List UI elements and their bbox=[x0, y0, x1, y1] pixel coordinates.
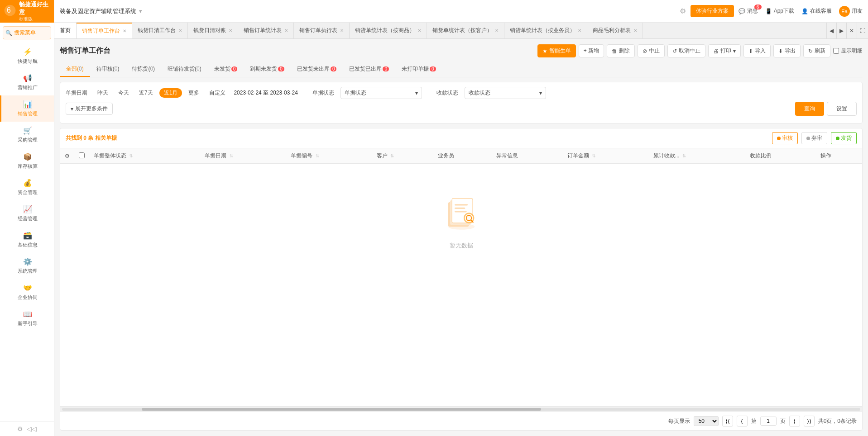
sidebar-item-finance[interactable]: 💰 资金管理 bbox=[0, 174, 54, 200]
sidebar-item-quick-nav[interactable]: ⚡ 快捷导航 bbox=[0, 43, 54, 69]
date-7days[interactable]: 近7天 bbox=[135, 88, 157, 98]
first-page-button[interactable]: ⟨⟨ bbox=[722, 416, 733, 427]
horizontal-scrollbar[interactable] bbox=[60, 406, 862, 412]
filter-tab-unprinted[interactable]: 未打印单据0 bbox=[395, 62, 442, 77]
tab-scroll-right-button[interactable]: ▶ bbox=[836, 23, 846, 39]
show-detail-check[interactable] bbox=[833, 48, 839, 54]
col-staff: 业务员 bbox=[433, 148, 492, 164]
sort-icon[interactable]: ⇅ bbox=[129, 153, 133, 158]
filter-tab-pending-pick[interactable]: 待拣货(0) bbox=[125, 62, 161, 77]
setting-button[interactable]: 设置 bbox=[827, 102, 857, 116]
tab-margin-analysis[interactable]: 商品毛利分析表 ✕ bbox=[587, 23, 643, 38]
app-download-item[interactable]: 📱 App下载 bbox=[765, 7, 794, 15]
refresh-button[interactable]: ↻ 刷新 bbox=[803, 44, 830, 57]
payment-select[interactable]: 收款状态 ▾ bbox=[465, 87, 546, 99]
sort-icon[interactable]: ⇅ bbox=[682, 153, 686, 158]
sort-icon[interactable]: ⇅ bbox=[592, 153, 595, 158]
sidebar-item-guide[interactable]: 📖 新手引导 bbox=[0, 305, 54, 332]
collapse-icon[interactable]: ◁◁ bbox=[27, 425, 37, 432]
tab-close-icon[interactable]: ✕ bbox=[229, 28, 232, 33]
delete-button[interactable]: 🗑 删除 bbox=[607, 44, 635, 57]
sidebar-item-system[interactable]: ⚙️ 系统管理 bbox=[0, 253, 54, 279]
new-button[interactable]: + 新增 bbox=[579, 44, 604, 57]
stop-button[interactable]: ⊘ 中止 bbox=[638, 44, 665, 57]
industry-button[interactable]: 体验行业方案 bbox=[691, 5, 734, 17]
table-scroll[interactable]: ⚙ 单据整体状态 ⇅ 单据日期 ⇅ bbox=[60, 148, 862, 406]
smart-create-button[interactable]: ★ 智能生单 bbox=[537, 44, 576, 57]
deliver-button[interactable]: 发货 bbox=[831, 132, 857, 144]
tab-cash-reconcile[interactable]: 钱货日清对账 ✕ bbox=[188, 23, 238, 38]
col-checkbox[interactable] bbox=[74, 148, 89, 164]
cancel-stop-button[interactable]: ↺ 取消中止 bbox=[667, 44, 705, 57]
tab-close-icon[interactable]: ✕ bbox=[633, 28, 637, 33]
scrollbar-track[interactable] bbox=[62, 408, 860, 411]
filter-tab-unshipped[interactable]: 未发货0 bbox=[208, 62, 244, 77]
tab-sales-by-staff[interactable]: 销货单统计表（按业务员） ✕ bbox=[504, 23, 587, 38]
col-settings[interactable]: ⚙ bbox=[60, 148, 74, 164]
sidebar-item-marketing[interactable]: 📢 营销推广 bbox=[0, 69, 54, 95]
tab-close-icon[interactable]: ✕ bbox=[340, 28, 344, 33]
last-page-button[interactable]: ⟩⟩ bbox=[804, 416, 815, 427]
sidebar-item-inventory[interactable]: 📦 库存核算 bbox=[0, 148, 54, 174]
basic-info-icon: 🗃️ bbox=[23, 231, 32, 240]
approve-button[interactable]: 审核 bbox=[772, 132, 798, 144]
sort-icon[interactable]: ⇅ bbox=[316, 153, 319, 158]
sidebar-item-basic-info[interactable]: 🗃️ 基础信息 bbox=[0, 227, 54, 253]
online-service-item[interactable]: 👤 在线客服 bbox=[801, 7, 832, 15]
tab-close-icon[interactable]: ✕ bbox=[578, 28, 581, 33]
col-exception: 异常信息 bbox=[492, 148, 563, 164]
tab-sales-by-product[interactable]: 销货单统计表（按商品） ✕ bbox=[350, 23, 427, 38]
tab-cash-daily[interactable]: 钱货日清工作台 ✕ bbox=[132, 23, 188, 38]
sidebar-item-cooperation[interactable]: 🤝 企业协同 bbox=[0, 279, 54, 305]
filter-tab-shipped-warehoused[interactable]: 已发货已出库0 bbox=[343, 62, 395, 77]
tab-scroll-left-button[interactable]: ◀ bbox=[826, 23, 836, 39]
filter-tab-shipped-not-warehoused[interactable]: 已发货未出库0 bbox=[291, 62, 343, 77]
filter-tab-all[interactable]: 全部(0) bbox=[60, 62, 90, 77]
filter-tab-overdue-unshipped[interactable]: 到期未发货0 bbox=[244, 62, 291, 77]
status-select[interactable]: 单据状态 ▾ bbox=[340, 87, 422, 99]
date-yesterday[interactable]: 昨天 bbox=[94, 88, 112, 98]
scrollbar-thumb[interactable] bbox=[142, 408, 541, 411]
date-more[interactable]: 更多 bbox=[185, 88, 203, 98]
sidebar-item-operations[interactable]: 📈 经营管理 bbox=[0, 200, 54, 227]
tab-sales-order-workbench[interactable]: 销售订单工作台 ✕ bbox=[77, 23, 132, 38]
tab-fullscreen-button[interactable]: ⛶ bbox=[857, 23, 868, 39]
tab-sales-stats[interactable]: 销售订单统计表 ✕ bbox=[238, 23, 294, 38]
tab-sales-exec[interactable]: 销售订单执行表 ✕ bbox=[294, 23, 350, 38]
date-1month[interactable]: 近1月 bbox=[159, 88, 182, 98]
user-item[interactable]: Ea 用友 bbox=[839, 6, 863, 17]
settings-gear-icon[interactable]: ⚙ bbox=[17, 425, 23, 432]
download-icon: 📱 bbox=[765, 8, 772, 14]
unapprove-button[interactable]: 弃审 bbox=[801, 132, 827, 144]
export-button[interactable]: ⬇ 导出 bbox=[773, 44, 801, 57]
page-number-input[interactable] bbox=[760, 417, 777, 426]
date-custom[interactable]: 自定义 bbox=[206, 88, 229, 98]
sidebar-item-purchase[interactable]: 🛒 采购管理 bbox=[0, 122, 54, 148]
tab-close-icon[interactable]: ✕ bbox=[178, 28, 182, 33]
tab-close-icon[interactable]: ✕ bbox=[284, 28, 288, 33]
sort-icon[interactable]: ⇅ bbox=[230, 153, 233, 158]
tab-close-all-button[interactable]: ✕ bbox=[846, 23, 857, 39]
sort-icon[interactable]: ⇅ bbox=[390, 153, 394, 158]
search-menu-button[interactable]: 🔍 搜索菜单 bbox=[3, 26, 51, 39]
filter-tab-wangpu-ship[interactable]: 旺铺待发货(0) bbox=[161, 62, 208, 77]
date-today[interactable]: 今天 bbox=[115, 88, 133, 98]
tab-close-icon[interactable]: ✕ bbox=[417, 28, 421, 33]
print-button[interactable]: 🖨 打印 ▾ bbox=[708, 44, 741, 57]
tab-sales-by-customer[interactable]: 销货单统计表（按客户） ✕ bbox=[427, 23, 504, 38]
sidebar-item-sales[interactable]: 📊 销售管理 bbox=[0, 95, 54, 122]
message-item[interactable]: 💬 消息 6 bbox=[739, 7, 758, 15]
filter-tab-pending-review[interactable]: 待审核(0) bbox=[90, 62, 126, 77]
tab-home[interactable]: 首页 bbox=[54, 23, 77, 38]
show-detail-checkbox[interactable]: 显示明细 bbox=[833, 47, 863, 55]
next-page-button[interactable]: ⟩ bbox=[789, 416, 800, 427]
query-button[interactable]: 查询 bbox=[795, 102, 824, 116]
prev-page-button[interactable]: ⟨ bbox=[737, 416, 748, 427]
import-button[interactable]: ⬆ 导入 bbox=[743, 44, 771, 57]
page-size-select[interactable]: 50 100 200 bbox=[694, 416, 719, 426]
settings-icon[interactable]: ⚙ bbox=[680, 7, 686, 15]
select-all-checkbox[interactable] bbox=[79, 152, 85, 158]
tab-close-icon[interactable]: ✕ bbox=[495, 28, 499, 33]
expand-conditions-button[interactable]: ▾ 展开更多条件 bbox=[66, 103, 113, 115]
tab-close-icon[interactable]: ✕ bbox=[123, 28, 126, 33]
